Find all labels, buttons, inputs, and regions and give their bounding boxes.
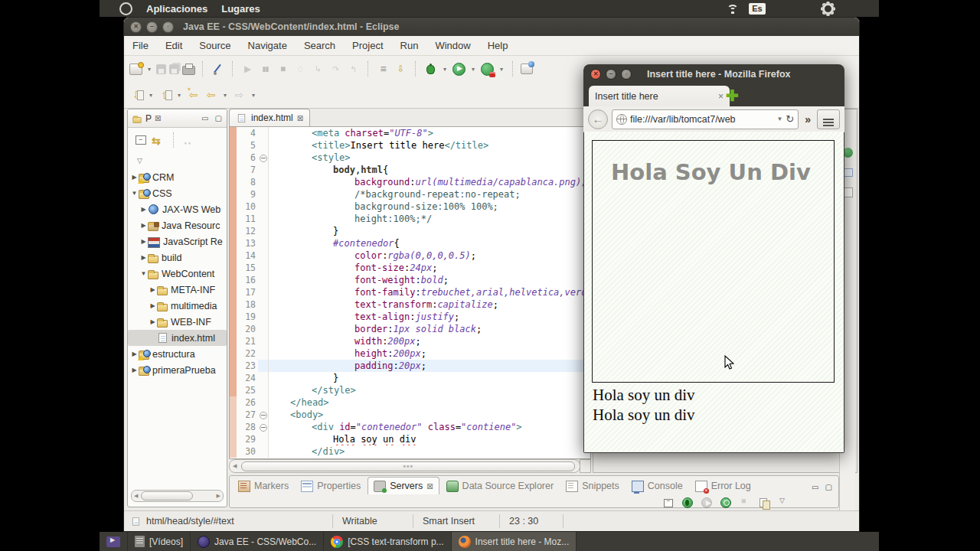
close-icon[interactable]: ✕ xyxy=(130,21,142,33)
tree-item-estructura[interactable]: ▶estructura xyxy=(128,346,227,362)
bug-icon[interactable] xyxy=(681,497,694,509)
minimize-icon[interactable]: − xyxy=(146,21,158,33)
editdown-icon[interactable] xyxy=(129,88,144,103)
taskbar-item-insert-title-here-moz-[interactable]: Insert title here - Moz... xyxy=(452,532,577,551)
eclipse-titlebar[interactable]: ✕ − ▫ Java EE - CSS/WebContent/index.htm… xyxy=(124,18,859,36)
editor-hscrollbar[interactable]: ⦁⦁⦁ xyxy=(229,459,580,473)
taskbar-item--v-deos-[interactable]: [Vídeos] xyxy=(128,532,191,551)
collapse-icon[interactable] xyxy=(260,155,267,162)
stop-icon[interactable] xyxy=(739,497,751,509)
expander-icon[interactable]: ▶ xyxy=(139,206,148,213)
maximize-icon[interactable]: ▫ xyxy=(621,69,632,80)
view-tab-markers[interactable]: Markers xyxy=(233,478,294,494)
fold-column[interactable] xyxy=(258,409,269,421)
places-menu[interactable]: Lugares xyxy=(214,3,267,15)
reload-icon[interactable]: ↻ xyxy=(786,113,794,125)
minimize-view-icon[interactable]: ▭ xyxy=(201,114,208,122)
new-icon[interactable] xyxy=(129,64,142,75)
debug-icon[interactable] xyxy=(423,62,438,77)
close-view-icon[interactable]: ⊠ xyxy=(155,114,161,122)
view-menu-icon[interactable] xyxy=(137,152,149,165)
wifi-icon[interactable] xyxy=(727,4,739,14)
pub-icon[interactable] xyxy=(758,497,770,509)
expander-icon[interactable]: ▶ xyxy=(139,254,148,261)
hamburger-menu[interactable] xyxy=(817,109,840,129)
tree-item-meta-inf[interactable]: ▶META-INF xyxy=(128,282,227,298)
collapse-icon[interactable] xyxy=(136,135,146,145)
view-tab-data-source-explorer[interactable]: Data Source Explorer xyxy=(441,478,560,494)
minimize-icon[interactable]: − xyxy=(606,69,616,80)
expander-icon[interactable]: ▶ xyxy=(149,302,157,309)
dropdown-icon[interactable]: ▾ xyxy=(145,66,153,73)
expander-icon[interactable]: ▼ xyxy=(130,190,139,197)
record-icon[interactable] xyxy=(704,2,717,15)
view-tab-properties[interactable]: Properties xyxy=(296,478,366,494)
runx-icon[interactable] xyxy=(480,62,495,77)
close-tab-icon[interactable]: × xyxy=(718,91,724,102)
menu-edit[interactable]: Edit xyxy=(157,40,191,51)
ret-icon[interactable] xyxy=(346,62,361,77)
back-button[interactable]: ← xyxy=(588,109,608,129)
clock-icon[interactable] xyxy=(720,497,732,509)
maximize-view-icon[interactable]: ▢ xyxy=(825,483,832,491)
close-tab-icon[interactable]: ⊠ xyxy=(297,114,303,122)
dropdown-icon[interactable]: ▾ xyxy=(221,92,229,99)
editup-icon[interactable] xyxy=(158,88,172,103)
explorer-hscrollbar[interactable] xyxy=(131,490,224,502)
tree-item-java-resourc[interactable]: ▶Java Resourc xyxy=(128,217,227,233)
expander-icon[interactable]: ▶ xyxy=(139,222,148,229)
view-tab-servers[interactable]: Servers⊠ xyxy=(368,477,439,494)
menu-navigate[interactable]: Navigate xyxy=(240,40,296,51)
taskbar-item[interactable] xyxy=(100,532,128,551)
kbd-icon[interactable]: Es xyxy=(749,3,766,15)
close-icon[interactable]: ✕ xyxy=(590,69,601,80)
view-tab-snippets[interactable]: Snippets xyxy=(560,478,625,494)
maximize-icon[interactable]: ▫ xyxy=(162,21,174,33)
collapse-icon[interactable] xyxy=(260,412,267,419)
tree-item-jax-ws-web[interactable]: ▶JAX-WS Web xyxy=(128,201,227,217)
back-icon[interactable] xyxy=(204,88,218,103)
over-icon[interactable] xyxy=(328,62,343,77)
overflow-chevron-icon[interactable]: » xyxy=(802,113,813,126)
tree-item-css[interactable]: ▼CSS xyxy=(128,185,227,201)
site-identity-icon[interactable] xyxy=(616,114,627,125)
dd-icon[interactable] xyxy=(777,497,789,509)
menu-run[interactable]: Run xyxy=(392,40,427,51)
taskbar-item--css-text-transform-p-[interactable]: [CSS text-transform p... xyxy=(324,532,451,551)
tree-item-webcontent[interactable]: ▼WebContent xyxy=(128,266,227,282)
save-icon[interactable] xyxy=(156,64,166,74)
firefox-titlebar[interactable]: ✕ − ▫ Insert title here - Mozilla Firefo… xyxy=(583,64,844,84)
dropdown-icon[interactable]: ▾ xyxy=(250,92,257,99)
saveall-icon[interactable] xyxy=(169,64,179,74)
filter-icon[interactable] xyxy=(394,62,408,77)
menu-window[interactable]: Window xyxy=(426,40,479,51)
tree-item-primeraprueba[interactable]: ▶primeraPrueba xyxy=(128,362,227,378)
fwd-icon[interactable] xyxy=(232,88,247,103)
tree-item-web-inf[interactable]: ▶WEB-INF xyxy=(128,314,227,330)
maximize-view-icon[interactable]: ▢ xyxy=(215,114,222,122)
mark-icon[interactable] xyxy=(376,62,390,77)
into-icon[interactable] xyxy=(311,62,325,77)
menu-project[interactable]: Project xyxy=(344,40,391,51)
stop-icon[interactable] xyxy=(276,62,290,77)
dropdown-icon[interactable]: ▾ xyxy=(498,66,505,73)
pause-icon[interactable] xyxy=(258,62,273,77)
applications-menu[interactable]: Aplicaciones xyxy=(139,3,214,15)
collapse-icon[interactable] xyxy=(662,497,675,509)
editor-tab-index-html[interactable]: index.html ⊠ xyxy=(229,109,310,126)
taskbar-item-java-ee-css-webco-[interactable]: Java EE - CSS/WebCo... xyxy=(191,532,324,551)
menu-source[interactable]: Source xyxy=(191,40,239,51)
new-tab-icon[interactable]: ✚ xyxy=(726,88,739,103)
view-tab-error-log[interactable]: Error Log xyxy=(690,478,756,494)
link-icon[interactable] xyxy=(152,134,164,146)
expander-icon[interactable]: ▶ xyxy=(149,286,157,293)
menu-search[interactable]: Search xyxy=(296,40,344,51)
view-tab-console[interactable]: Console xyxy=(626,478,688,494)
pin-icon[interactable] xyxy=(211,62,225,77)
tree-item-build[interactable]: ▶build xyxy=(128,249,227,266)
menu-file[interactable]: File xyxy=(124,40,157,51)
project-explorer-tab[interactable]: P xyxy=(145,113,152,124)
run-icon[interactable] xyxy=(452,62,466,77)
battery-icon[interactable] xyxy=(776,2,788,15)
volume-icon[interactable] xyxy=(798,2,810,15)
